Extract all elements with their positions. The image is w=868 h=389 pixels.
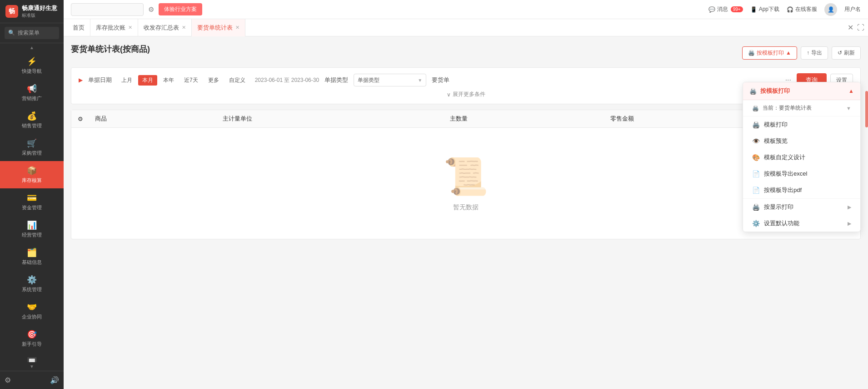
window-expand-btn[interactable]: ⛶ bbox=[857, 24, 864, 32]
online-service-button[interactable]: 🎧 在线客服 bbox=[787, 5, 817, 13]
messages-button[interactable]: 💬 消息 99+ bbox=[708, 5, 743, 13]
window-controls: ✕ ⛶ bbox=[848, 23, 864, 32]
purchase-icon: 🛒 bbox=[27, 138, 37, 148]
sidebar-item-guide[interactable]: 🎯 新手引导 bbox=[0, 325, 64, 352]
app-download-icon: 📱 bbox=[750, 6, 757, 13]
dropdown-item-template-print[interactable]: 🖨️ 模板打印 bbox=[743, 116, 860, 133]
topbar: ⚙ 体验行业方案 💬 消息 99+ 📱 App下载 🎧 在线客服 👤 用户名 bbox=[64, 0, 868, 19]
sidebar-logo: 畅 畅康通好生意 标准版 bbox=[0, 0, 64, 23]
dropdown-item-export-pdf[interactable]: 📄 按模板导出pdf bbox=[743, 182, 860, 198]
dropdown-current-template[interactable]: 🖨️ 当前：要货单统计表 ▼ bbox=[743, 100, 860, 116]
filter-expand-button[interactable]: ▶ bbox=[79, 77, 83, 83]
sidebar-scroll-down-btn[interactable]: ▼ bbox=[0, 362, 64, 371]
date-tab-more[interactable]: 更多 bbox=[204, 75, 223, 86]
app-version: 标准版 bbox=[22, 12, 57, 18]
sidebar-footer: ⚙ 🔊 bbox=[0, 371, 64, 389]
chevron-right-icon: ▶ bbox=[79, 77, 83, 83]
app-brand: 畅康通好生意 bbox=[22, 5, 57, 12]
export-pdf-icon: 📄 bbox=[752, 187, 759, 194]
dropdown-print-section: 🖨️ 模板打印 👁️ 模板预览 🎨 模板自定义设计 📄 按模板导出excel 📄 bbox=[743, 116, 860, 199]
sidebar-item-apps[interactable]: 🔲 应用中心 bbox=[0, 352, 64, 362]
sidebar-item-basics[interactable]: 🗂️ 基础信息 bbox=[0, 243, 64, 270]
sidebar-item-purchase[interactable]: 🛒 采购管理 bbox=[0, 134, 64, 161]
tab-inventory-batch[interactable]: 库存批次账 ✕ bbox=[90, 19, 138, 36]
col-product: 商品 bbox=[90, 110, 217, 128]
dropdown-item-display-print[interactable]: 🖨️ 按显示打印 ▶ bbox=[743, 199, 860, 215]
current-template-icon: 🖨️ bbox=[752, 105, 759, 111]
order-type-select[interactable]: 单据类型 ▼ bbox=[354, 74, 426, 86]
topbar-search-input[interactable] bbox=[71, 3, 144, 16]
col-settings[interactable]: ⚙ bbox=[71, 110, 90, 128]
refresh-button[interactable]: ↺ 刷新 bbox=[832, 46, 861, 60]
date-tab-this-year[interactable]: 本年 bbox=[159, 75, 178, 86]
date-tab-custom[interactable]: 自定义 bbox=[225, 75, 249, 86]
dropdown-item-export-excel[interactable]: 📄 按模板导出excel bbox=[743, 166, 860, 182]
tab-close-order-stats[interactable]: ✕ bbox=[235, 25, 239, 30]
date-tab-last-month[interactable]: 上月 bbox=[117, 75, 136, 86]
dropdown-item-template-design[interactable]: 🎨 模板自定义设计 bbox=[743, 149, 860, 166]
username-label: 用户名 bbox=[844, 5, 861, 13]
print-header-icon: 🖨️ bbox=[749, 88, 757, 95]
footer-settings-icon[interactable]: ⚙ bbox=[5, 376, 11, 384]
tab-close-inventory-batch[interactable]: ✕ bbox=[128, 25, 132, 30]
chevron-up-icon: ▲ bbox=[786, 50, 791, 56]
sidebar-nav: ⚡ 快捷导航 📢 营销推广 💰 销售管理 🛒 采购管理 📦 库存核算 💳 资金管… bbox=[0, 52, 64, 362]
select-arrow-icon: ▼ bbox=[418, 78, 422, 83]
dropdown-header[interactable]: 🖨️ 按模板打印 ▲ bbox=[743, 82, 860, 100]
sidebar-scroll-up-btn[interactable]: ▲ bbox=[0, 43, 64, 52]
print-icon: 🖨️ bbox=[748, 50, 755, 56]
service-icon: 🎧 bbox=[787, 6, 793, 13]
user-avatar[interactable]: 👤 bbox=[824, 3, 837, 16]
action-bar: 🖨️ 按模板打印 ▲ ↑ 导出 ↺ 刷新 bbox=[742, 46, 861, 60]
export-excel-icon: 📄 bbox=[752, 170, 759, 177]
tab-order-stats[interactable]: 要货单统计表 ✕ bbox=[192, 19, 245, 36]
scrollbar-indicator[interactable] bbox=[865, 91, 868, 127]
dropdown-item-default-func[interactable]: ⚙️ 设置默认功能 ▶ bbox=[743, 215, 860, 232]
template-print-button[interactable]: 🖨️ 按模板打印 ▲ bbox=[742, 46, 797, 60]
sidebar-item-sales[interactable]: 💰 销售管理 bbox=[0, 106, 64, 134]
page-content: 要货单统计表(按商品) 🖨️ 按模板打印 ▲ ↑ 导出 ↺ 刷新 bbox=[64, 36, 868, 389]
sidebar: 畅 畅康通好生意 标准版 🔍 搜索菜单 ▲ ⚡ 快捷导航 📢 营销推广 💰 销售… bbox=[0, 0, 64, 389]
sidebar-search-button[interactable]: 🔍 搜索菜单 bbox=[5, 27, 59, 39]
results-table: ⚙ 商品 主计量单位 主数量 零售金额 📜 暂无数据 bbox=[71, 110, 860, 239]
date-tab-this-month[interactable]: 本月 bbox=[138, 75, 157, 86]
tab-home[interactable]: 首页 bbox=[67, 19, 90, 36]
topbar-settings-button[interactable]: ⚙ bbox=[148, 5, 154, 14]
dropdown-item-template-preview[interactable]: 👁️ 模板预览 bbox=[743, 133, 860, 149]
system-icon: ⚙️ bbox=[27, 275, 37, 285]
quick-nav-icon: ⚡ bbox=[27, 56, 37, 66]
export-button[interactable]: ↑ 导出 bbox=[801, 46, 828, 60]
tabs-bar: 首页 库存批次账 ✕ 收发存汇总表 ✕ 要货单统计表 ✕ ✕ ⛶ bbox=[64, 19, 868, 36]
basics-icon: 🗂️ bbox=[27, 248, 37, 258]
page-title: 要货单统计表(按商品) bbox=[71, 44, 150, 55]
finance-icon: 💳 bbox=[27, 193, 37, 203]
sidebar-search-area: 🔍 搜索菜单 bbox=[0, 23, 64, 43]
topbar-right: 💬 消息 99+ 📱 App下载 🎧 在线客服 👤 用户名 bbox=[708, 3, 861, 16]
app-logo-text: 畅康通好生意 标准版 bbox=[22, 5, 57, 18]
experience-industry-button[interactable]: 体验行业方案 bbox=[159, 3, 202, 15]
sidebar-item-finance[interactable]: 💳 资金管理 bbox=[0, 188, 64, 216]
default-func-arrow: ▶ bbox=[848, 221, 851, 227]
default-func-icon: ⚙️ bbox=[752, 220, 759, 227]
search-icon: 🔍 bbox=[8, 30, 15, 36]
template-design-icon: 🎨 bbox=[752, 154, 759, 161]
sidebar-item-marketing[interactable]: 📢 营销推广 bbox=[0, 79, 64, 106]
sidebar-item-system[interactable]: ⚙️ 系统管理 bbox=[0, 270, 64, 298]
tab-receivables[interactable]: 收发存汇总表 ✕ bbox=[138, 19, 192, 36]
date-tab-last-7-days[interactable]: 近7天 bbox=[180, 75, 202, 86]
sidebar-item-cooperation[interactable]: 🤝 企业协同 bbox=[0, 298, 64, 325]
current-template-arrow: ▼ bbox=[846, 106, 851, 111]
window-close-btn[interactable]: ✕ bbox=[848, 23, 853, 32]
inventory-icon: 📦 bbox=[27, 166, 37, 176]
template-print-dropdown: 🖨️ 按模板打印 ▲ 🖨️ 当前：要货单统计表 ▼ 🖨️ 模板打印 👁️ bbox=[743, 82, 861, 232]
app-download-button[interactable]: 📱 App下载 bbox=[750, 5, 779, 13]
tab-close-receivables[interactable]: ✕ bbox=[182, 25, 186, 30]
order-type-label: 单据类型 bbox=[324, 76, 348, 84]
expand-more-button[interactable]: ∨ 展开更多条件 bbox=[79, 91, 853, 98]
display-print-icon: 🖨️ bbox=[752, 203, 759, 211]
sidebar-item-operation[interactable]: 📊 经营管理 bbox=[0, 216, 64, 243]
sidebar-item-quick-nav[interactable]: ⚡ 快捷导航 bbox=[0, 52, 64, 79]
sidebar-item-inventory[interactable]: 📦 库存核算 bbox=[0, 161, 64, 188]
messages-icon: 💬 bbox=[708, 6, 715, 13]
footer-sound-icon[interactable]: 🔊 bbox=[50, 376, 59, 384]
